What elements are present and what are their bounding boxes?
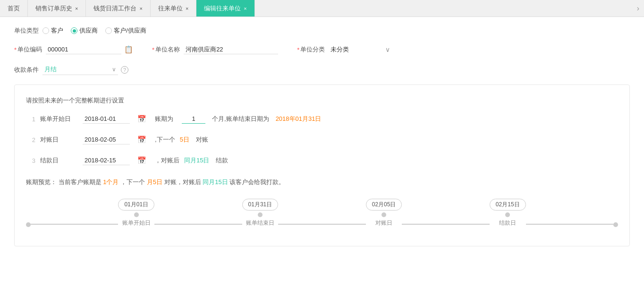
row-label-3: 结款日 [40,156,78,165]
row-num-1: 1 [26,116,35,123]
payment-terms-dropdown[interactable]: 月结 ∨ [42,64,118,75]
tab-home[interactable]: 首页 [0,0,28,17]
tl-label-3: 02月05日 [366,199,402,211]
preview-teal: 同月15日 [203,178,228,186]
close-icon[interactable]: × [244,6,246,11]
payment-date-input[interactable] [83,156,130,165]
row-suffix-3b: 结款 [216,156,228,165]
period-input[interactable] [182,114,205,124]
timeline-visual: 01月01日 账单开始日 01月31日 账单结束日 02月05日 对账日 [26,199,618,232]
card-row-1: 1 账单开始日 📅 账期为 个月,账单结束日期为 2018年01月31日 [26,114,618,124]
unit-classify-value: 未分类 [329,44,385,55]
tab-cash-work-label: 钱货日清工作台 [93,4,136,13]
chevron-down-icon[interactable]: ∨ [385,46,390,53]
card-row-2: 2 对账日 📅 ,下一个 5日 对账 [26,135,618,144]
start-date-input[interactable] [83,114,130,124]
calendar-icon-1[interactable]: 📅 [137,115,146,123]
tl-label-1: 01月01日 [118,199,154,211]
close-icon[interactable]: × [139,6,142,11]
row-suffix-3a: ，对账后 [155,156,179,165]
tab-partners-label: 往来单位 [158,4,183,13]
preview-orange2: 月5日 [147,178,162,186]
unit-name-label: 单位名称 [155,45,180,54]
row-suffix-1: 账期为 [155,115,173,123]
tl-dot-3 [381,212,386,217]
radio-supplier[interactable]: 供应商 [71,26,98,35]
radio-group: 客户 供应商 客户/供应商 [42,26,146,35]
page-content: 单位类型 客户 供应商 客户/供应商 * 单位编码 📋 * 单位名称 [0,17,644,287]
radio-circle-both [105,27,112,34]
unit-type-label: 单位类型 [14,26,39,35]
unit-classify-dropdown[interactable]: 未分类 ∨ [329,44,390,55]
radio-both[interactable]: 客户/供应商 [105,26,146,35]
tab-cash-work[interactable]: 钱货日清工作台 × [86,0,150,17]
preview-label: 账期预览： [26,178,57,186]
tl-node-2: 01月31日 账单结束日 [242,199,279,227]
tl-line-1 [31,224,118,225]
radio-customer[interactable]: 客户 [42,26,63,35]
tl-label-4: 02月15日 [490,199,526,211]
tl-dot-start [26,222,31,227]
reconcile-day-highlight: 5日 [180,135,189,144]
row-suffix-2b: 对账 [196,135,208,144]
tl-end-dot [613,222,618,227]
preview-section: 账期预览： 当前客户账期是 1个月 ，下一个 月5日 对账，对账后 同月15日 … [26,177,618,187]
chevron-down-icon[interactable]: ∨ [110,65,118,74]
tl-node-3: 02月05日 对账日 [366,199,402,227]
tabs-chevron[interactable]: › [632,0,644,17]
preview-text1: 当前客户账期是 [59,178,102,186]
close-icon[interactable]: × [186,6,188,11]
required-star: * [297,46,299,53]
tl-line-4 [402,224,489,225]
row-num-2: 2 [26,136,35,144]
tab-partners[interactable]: 往来单位 × [151,0,196,17]
preview-text4: 该客户会给我打款。 [229,178,285,186]
unit-classify-group: * 单位分类 未分类 ∨ [297,44,390,55]
tl-sublabel-2: 账单结束日 [246,219,274,227]
tab-edit-partner[interactable]: 编辑往来单位 × [196,0,254,17]
unit-info-row: * 单位编码 📋 * 单位名称 * 单位分类 未分类 ∨ [14,44,630,55]
end-date-highlight: 2018年01月31日 [276,115,322,123]
card-row-3: 3 结款日 📅 ，对账后 同月15日 结款 [26,156,618,165]
tl-line-2 [154,224,242,225]
help-icon[interactable]: ? [121,66,128,74]
tl-start-dot [26,222,31,227]
radio-customer-label: 客户 [51,26,63,35]
tl-sublabel-1: 账单开始日 [122,219,151,227]
card-title: 请按照未来的一个完整帐期进行设置 [26,96,618,105]
tl-line-5 [526,224,613,225]
unit-name-group: * 单位名称 [152,45,278,54]
calendar-icon-3[interactable]: 📅 [137,156,146,165]
row-label-2: 对账日 [40,135,78,144]
copy-icon[interactable]: 📋 [124,45,133,54]
row-suffix-2a: ,下一个 [155,135,175,144]
payment-terms-label: 收款条件 [14,66,39,74]
tab-sales-history-label: 销售订单历史 [35,4,72,13]
row-month-suffix: 个月,账单结束日期为 [212,115,269,123]
unit-code-input[interactable] [46,45,121,54]
unit-classify-label: 单位分类 [300,45,325,54]
settings-card: 请按照未来的一个完整帐期进行设置 1 账单开始日 📅 账期为 个月,账单结束日期… [14,84,630,246]
preview-text2: ，下一个 [120,178,145,186]
payment-terms-value: 月结 [42,64,110,75]
tl-sublabel-3: 对账日 [375,219,392,227]
tl-dot-4 [505,212,510,217]
tl-dot-1 [134,212,139,217]
tabs-bar: 首页 销售订单历史 × 钱货日清工作台 × 往来单位 × 编辑往来单位 × › [0,0,644,17]
radio-circle-supplier [71,27,77,34]
close-icon[interactable]: × [75,6,78,11]
preview-text3: 对账，对账后 [164,178,201,186]
reconcile-date-input[interactable] [83,135,130,144]
required-star: * [152,46,154,53]
calendar-icon-2[interactable]: 📅 [137,135,146,144]
tl-node-1: 01月01日 账单开始日 [118,199,154,227]
tab-sales-history[interactable]: 销售订单历史 × [28,0,86,17]
unit-code-label: 单位编码 [17,45,42,54]
preview-orange1: 1个月 [103,178,119,186]
tl-dot-2 [258,212,263,217]
payment-day-highlight: 同月15日 [184,156,209,165]
unit-name-input[interactable] [184,45,278,54]
tl-label-2: 01月31日 [242,199,279,211]
row-label-1: 账单开始日 [40,115,78,123]
tab-home-label: 首页 [8,4,20,13]
